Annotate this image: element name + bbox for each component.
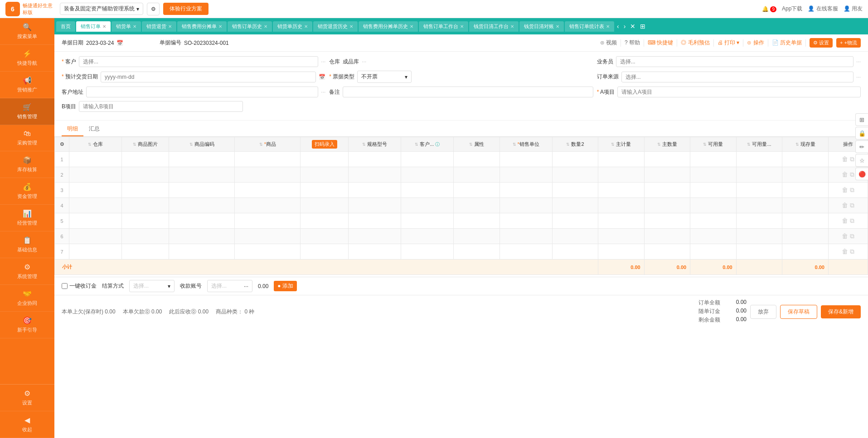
app-download-link[interactable]: App下载 xyxy=(782,5,802,13)
delivery-calendar-icon[interactable]: 📅 xyxy=(319,74,325,80)
user-menu[interactable]: 👤 用友 xyxy=(844,5,863,13)
row7-delete-btn[interactable]: 🗑 xyxy=(842,248,848,255)
order-source-input[interactable] xyxy=(621,72,853,82)
float-star-btn[interactable]: ☆ xyxy=(855,154,868,167)
row1-spec[interactable] xyxy=(349,152,401,167)
tab-next-btn[interactable]: › xyxy=(622,22,628,31)
tab-close-sales-return[interactable]: ✕ xyxy=(168,24,172,29)
sidebar-item-sales[interactable]: 🛒 销售管理 xyxy=(0,98,54,125)
tab-expense-history[interactable]: 销售费用分摊单历史 ✕ xyxy=(359,21,418,32)
header-help-btn[interactable]: ? 帮助 xyxy=(625,39,640,47)
row1-product[interactable] xyxy=(235,152,301,167)
tab-invoice-history[interactable]: 销货单历史 ✕ xyxy=(273,21,312,32)
row7-copy-btn[interactable]: ⧉ xyxy=(850,248,854,255)
warehouse-more-btn[interactable]: ··· xyxy=(362,58,366,65)
sidebar-item-system[interactable]: ⚙ 系统管理 xyxy=(0,258,54,285)
order-source-more-btn[interactable]: ··· xyxy=(856,74,861,80)
gear-icon2[interactable]: ⚙ xyxy=(60,141,64,147)
remark-input[interactable] xyxy=(343,87,593,97)
sidebar-item-guide[interactable]: 🎯 新手引导 xyxy=(0,312,54,338)
tab-sales-stats[interactable]: 销售订单统计表 ✕ xyxy=(565,21,614,32)
row5-attr[interactable] xyxy=(454,213,499,229)
row5-ccode[interactable] xyxy=(401,213,454,229)
row4-spec[interactable] xyxy=(349,198,401,213)
tab-close-sales-invoice[interactable]: ✕ xyxy=(133,24,136,29)
industry-solution-button[interactable]: 体验行业方案 xyxy=(163,3,209,15)
row4-copy-btn[interactable]: ⧉ xyxy=(850,202,854,209)
settings-icon[interactable]: ⚙ xyxy=(147,3,160,15)
tab-close-order-workbench[interactable]: ✕ xyxy=(460,24,464,29)
one-click-checkbox[interactable] xyxy=(62,283,68,289)
row3-unit[interactable] xyxy=(499,183,552,198)
float-alert-btn[interactable]: 🔴 xyxy=(855,168,868,180)
row6-product[interactable] xyxy=(235,229,301,244)
sidebar-settings-btn[interactable]: ⚙ 设置 xyxy=(0,384,54,411)
row5-warehouse[interactable] xyxy=(69,213,122,229)
tab-return-history[interactable]: 销货退货历史 ✕ xyxy=(313,21,358,32)
calendar-icon[interactable]: 📅 xyxy=(116,40,123,46)
tab-sales-invoice[interactable]: 销货单 ✕ xyxy=(112,21,141,32)
row6-spec[interactable] xyxy=(349,229,401,244)
row3-mqty[interactable] xyxy=(644,183,690,198)
online-service-link[interactable]: 👤 在线客服 xyxy=(808,5,838,13)
row7-warehouse[interactable] xyxy=(69,244,122,260)
row6-code[interactable] xyxy=(169,229,235,244)
float-grid-btn[interactable]: ⊞ xyxy=(855,113,868,126)
row2-delete-btn[interactable]: 🗑 xyxy=(842,171,848,178)
row5-qty2[interactable] xyxy=(552,213,598,229)
sidebar-item-search[interactable]: 🔍 搜索菜单 xyxy=(0,18,54,45)
address-more-btn[interactable]: ··· xyxy=(321,89,325,95)
tab-close-invoice-history[interactable]: ✕ xyxy=(304,24,308,29)
row5-delete-btn[interactable]: 🗑 xyxy=(842,217,848,224)
customer-more-btn[interactable]: ··· xyxy=(321,58,325,65)
header-view-btn[interactable]: ⊙ 视频 xyxy=(600,39,617,47)
sidebar-collapse-btn[interactable]: ◀ 收起 xyxy=(0,411,54,438)
tab-order-history[interactable]: 销售订单历史 ✕ xyxy=(228,21,272,32)
notification-bell[interactable]: 🔔 9 xyxy=(762,6,776,12)
row3-spec[interactable] xyxy=(349,183,401,198)
row5-unit[interactable] xyxy=(499,213,552,229)
tab-close-cash-reconcile[interactable]: ✕ xyxy=(556,24,559,29)
delivery-date-input[interactable] xyxy=(101,72,316,82)
tab-sales-expense[interactable]: 销售费用分摊单 ✕ xyxy=(177,21,227,32)
tab-close-expense-history[interactable]: ✕ xyxy=(410,24,413,29)
row7-ccode[interactable] xyxy=(401,244,454,260)
tab-detail[interactable]: 明细 xyxy=(62,122,83,136)
row3-attr[interactable] xyxy=(454,183,499,198)
row1-unit[interactable] xyxy=(499,152,552,167)
add-payment-btn[interactable]: ● 添加 xyxy=(274,281,297,291)
row4-attr[interactable] xyxy=(454,198,499,213)
tab-close-return-history[interactable]: ✕ xyxy=(349,24,353,29)
customer-input[interactable] xyxy=(79,56,318,67)
row1-delete-btn[interactable]: 🗑 xyxy=(842,155,848,163)
header-profit-btn[interactable]: ◎ 毛利预估 xyxy=(681,39,709,47)
tab-close-sales-order[interactable]: ✕ xyxy=(102,24,106,29)
settings-panel-btn[interactable]: ⚙ 设置 xyxy=(810,38,833,48)
system-select[interactable]: 装备及固定资产辅助管理系统 ▾ xyxy=(60,3,143,15)
one-click-payment-checkbox[interactable]: 一键收订金 xyxy=(62,282,97,290)
header-history-btn[interactable]: 📄 历史单据 xyxy=(772,39,802,47)
row2-qty2[interactable] xyxy=(552,167,598,183)
row4-product[interactable] xyxy=(235,198,301,213)
tab-summary[interactable]: 汇总 xyxy=(83,122,105,136)
tab-sales-order[interactable]: 销售订单 ✕ xyxy=(76,21,111,32)
a-project-input[interactable] xyxy=(617,87,861,97)
row1-mqty[interactable] xyxy=(644,152,690,167)
row7-product[interactable] xyxy=(235,244,301,260)
tab-menu-btn[interactable]: ⊞ xyxy=(638,22,647,31)
sidebar-item-enterprise[interactable]: 🤝 企业协同 xyxy=(0,285,54,312)
header-shortcut-btn[interactable]: ⌨ 快捷键 xyxy=(648,39,673,47)
row2-mqty[interactable] xyxy=(644,167,690,183)
row6-unit[interactable] xyxy=(499,229,552,244)
save-draft-button[interactable]: 保存草稿 xyxy=(780,305,817,319)
sidebar-item-inventory[interactable]: 📦 库存核算 xyxy=(0,151,54,178)
save-new-button[interactable]: 保存&新增 xyxy=(821,305,861,318)
row5-product[interactable] xyxy=(235,213,301,229)
row7-mqty[interactable] xyxy=(644,244,690,260)
row1-warehouse[interactable] xyxy=(69,152,122,167)
row3-ccode[interactable] xyxy=(401,183,454,198)
row3-qty2[interactable] xyxy=(552,183,598,198)
tab-close-order-history[interactable]: ✕ xyxy=(264,24,267,29)
row2-unit[interactable] xyxy=(499,167,552,183)
sidebar-item-purchase[interactable]: 🛍 采购管理 xyxy=(0,125,54,151)
